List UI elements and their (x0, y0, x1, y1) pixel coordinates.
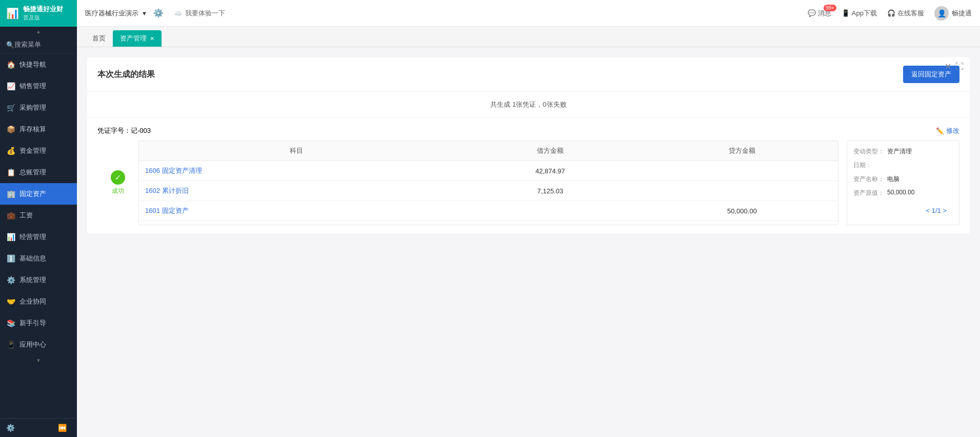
ledger-icon: 📋 (6, 168, 15, 176)
sidebar-item-label: 库存核算 (19, 125, 46, 134)
sidebar-item-capital[interactable]: 💰 资金管理 (0, 140, 77, 162)
subject-name-link[interactable]: 累计折旧 (162, 187, 189, 194)
app-download-button[interactable]: 📱 App下载 (842, 9, 877, 18)
sidebar-item-app-center[interactable]: 📱 应用中心 (0, 334, 77, 355)
company-selector[interactable]: 医疗器械行业演示 ▼ (85, 9, 147, 18)
subject-cell: 1602 累计折旧 (139, 181, 454, 201)
tab-close-icon[interactable]: ✕ (150, 35, 154, 42)
side-panel-date: 日期： (853, 161, 953, 170)
tab-asset-mgmt[interactable]: 资产管理 ✕ (113, 30, 162, 47)
pagination-info: 1/1 (932, 207, 943, 214)
sidebar-item-search[interactable]: 🔍 搜索菜单 (0, 36, 77, 54)
sidebar-item-label: 企业协同 (19, 297, 46, 306)
sidebar-item-fixed-assets[interactable]: 🏢 固定资产 (0, 183, 77, 205)
sidebar-item-label: 工资 (19, 211, 33, 220)
status-circle: ✓ (111, 170, 125, 185)
voucher-number: 凭证字号：记-003 (97, 126, 151, 135)
user-menu[interactable]: 👤 畅捷通 (934, 6, 972, 21)
subject-link[interactable]: 1606 (145, 167, 160, 174)
service-icon: 🎧 (887, 9, 895, 17)
close-icon[interactable]: ✕ (945, 62, 951, 71)
gear-icon[interactable]: ⚙️ (153, 8, 164, 18)
sidebar-item-label: 基础信息 (19, 254, 46, 263)
sidebar-item-sales[interactable]: 📈 销售管理 (0, 75, 77, 97)
settings-icon[interactable]: ⚙️ (6, 424, 15, 432)
change-type-label: 变动类型： (853, 147, 884, 156)
sidebar-item-label: 系统管理 (19, 275, 46, 285)
sidebar-item-system[interactable]: ⚙️ 系统管理 (0, 269, 77, 291)
sidebar-logo: 📊 畅捷通好业财 普及版 (0, 0, 77, 27)
col-debit: 借方金额 (454, 141, 646, 161)
debit-cell: 42,874.97 (454, 161, 646, 181)
side-panel-asset-value: 资产原值： 50,000.00 (853, 189, 953, 197)
tab-home[interactable]: 首页 (85, 30, 113, 47)
subject-link[interactable]: 1601 (145, 207, 160, 214)
col-credit: 贷方金额 (646, 141, 838, 161)
message-icon: 💬 (808, 9, 816, 17)
edit-button[interactable]: ✏️ 修改 (936, 126, 959, 135)
app-edition: 普及版 (23, 14, 63, 22)
message-badge: 99+ (824, 5, 836, 11)
sidebar-item-basic-info[interactable]: ℹ️ 基础信息 (0, 248, 77, 269)
sidebar-scroll-down[interactable]: ▼ (36, 357, 41, 363)
sidebar-scroll-up[interactable]: ▲ (36, 29, 41, 34)
pagination: < 1/1 > (853, 203, 953, 218)
pagination-prev[interactable]: < (926, 207, 930, 214)
sidebar-item-quicknav[interactable]: 🏠 快捷导航 (0, 54, 77, 75)
experience-button[interactable]: ☁️ 我要体验一下 (174, 9, 225, 18)
system-icon: ⚙️ (6, 276, 15, 284)
summary-text: 共生成 1张凭证，0张失败 (490, 101, 566, 108)
basic-info-icon: ℹ️ (6, 254, 15, 263)
sidebar-item-ledger[interactable]: 📋 总账管理 (0, 162, 77, 183)
beginner-icon: 📚 (6, 319, 15, 327)
subject-link[interactable]: 1602 (145, 187, 160, 194)
purchase-icon: 🛒 (6, 104, 15, 112)
experience-text: 我要体验一下 (185, 9, 225, 18)
cloud-icon: ☁️ (174, 9, 182, 17)
sidebar-item-inventory[interactable]: 📦 库存核算 (0, 118, 77, 140)
credit-cell (646, 161, 838, 181)
credit-cell: 50,000.00 (646, 201, 838, 221)
asset-name-label: 资产名称： (853, 175, 884, 184)
table-row: 1606 固定资产清理 42,874.97 (139, 161, 838, 181)
sidebar-item-label: 经营管理 (19, 232, 46, 242)
sidebar-item-purchase[interactable]: 🛒 采购管理 (0, 97, 77, 118)
subject-cell: 1601 固定资产 (139, 201, 454, 221)
sidebar-item-enterprise[interactable]: 🤝 企业协同 (0, 291, 77, 312)
page-title: 本次生成的结果 (97, 69, 155, 80)
sales-icon: 📈 (6, 82, 15, 90)
sidebar-item-label: 资金管理 (19, 146, 46, 155)
avatar-icon: 👤 (937, 9, 946, 17)
app-download-label: App下载 (852, 9, 877, 18)
side-panel-change-type: 变动类型： 资产清理 (853, 147, 953, 156)
company-name: 医疗器械行业演示 (85, 9, 138, 18)
sidebar-item-label: 快捷导航 (19, 60, 46, 69)
voucher-status: ✓ 成功 (97, 141, 138, 225)
sidebar-item-payroll[interactable]: 💼 工资 (0, 205, 77, 226)
sidebar: 📊 畅捷通好业财 普及版 ▲ 🔍 搜索菜单 🏠 快捷导航 📈 销售管理 🛒 采购… (0, 0, 77, 437)
topbar-right: 💬 消息 99+ 📱 App下载 🎧 在线客服 👤 畅捷通 (808, 6, 972, 21)
voucher-table: 科目 借方金额 贷方金额 1606 固 (139, 141, 838, 221)
sidebar-item-label: 销售管理 (19, 82, 46, 91)
fixed-assets-icon: 🏢 (6, 190, 15, 198)
subject-name-link[interactable]: 固定资产 (162, 207, 189, 214)
result-panel: ✕ ⛶ 本次生成的结果 返回固定资产 共生成 1张凭证，0张失败 凭证字号：记-… (87, 57, 970, 233)
pagination-next[interactable]: > (943, 207, 947, 214)
sidebar-item-label: 采购管理 (19, 103, 46, 112)
topbar: 医疗器械行业演示 ▼ ⚙️ ☁️ 我要体验一下 💬 消息 99+ 📱 App下载… (77, 0, 980, 27)
sidebar-item-label: 总账管理 (19, 168, 46, 177)
voucher-section: 凭证字号：记-003 ✏️ 修改 ✓ 成功 (87, 118, 970, 233)
col-subject: 科目 (139, 141, 454, 161)
collapse-icon[interactable]: ⏮️ (58, 424, 67, 432)
online-service-button[interactable]: 🎧 在线客服 (887, 9, 924, 18)
change-type-value: 资产清理 (887, 147, 912, 156)
maximize-icon[interactable]: ⛶ (955, 62, 964, 71)
sidebar-item-operations[interactable]: 📊 经营管理 (0, 226, 77, 248)
app-download-icon: 📱 (842, 9, 850, 17)
app-name: 畅捷通好业财 (23, 5, 63, 14)
sidebar-item-beginner[interactable]: 📚 新手引导 (0, 312, 77, 334)
subject-name-link[interactable]: 固定资产清理 (162, 167, 202, 174)
sidebar-bottom: ⚙️ ⏮️ (0, 418, 77, 437)
side-panel: 变动类型： 资产清理 日期： 资产名称： 电脑 资产原值： (847, 141, 959, 225)
message-button[interactable]: 💬 消息 99+ (808, 9, 831, 18)
